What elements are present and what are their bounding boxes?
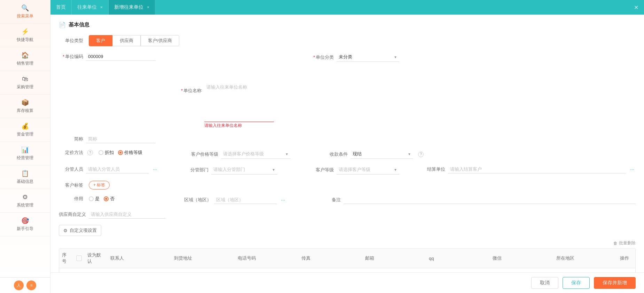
payment-terms-help-icon[interactable]: ? bbox=[418, 152, 424, 157]
manager-more-btn[interactable]: ··· bbox=[151, 166, 158, 173]
unit-type-customer-btn[interactable]: 客户 bbox=[89, 35, 112, 46]
unit-type-both-btn[interactable]: 客户/供应商 bbox=[141, 35, 179, 46]
sidebar-item-label: 采购管理 bbox=[17, 84, 33, 90]
region-more-btn[interactable]: ··· bbox=[280, 196, 286, 203]
customer-level-select[interactable]: 请选择客户等级 ▼ bbox=[337, 165, 399, 174]
settings-icon[interactable]: ≡ bbox=[26, 280, 36, 290]
save-button[interactable]: 保存 bbox=[563, 277, 590, 289]
col-default: 设为默认 bbox=[85, 249, 108, 268]
pricing-row: 定价方法 ? 折扣 价格等级 客户价格等级 bbox=[59, 149, 636, 159]
pricing-discount-option[interactable]: 折扣 bbox=[99, 149, 114, 156]
manager-field: 分管人员 ··· bbox=[59, 165, 184, 173]
tab-new-contact-close[interactable]: × bbox=[147, 5, 149, 10]
col-email: 邮箱 bbox=[362, 249, 426, 268]
col-region: 所在地区 bbox=[553, 249, 617, 268]
batch-delete-button[interactable]: 🗑 批量删除 bbox=[613, 240, 636, 246]
select-all-checkbox[interactable] bbox=[76, 255, 82, 261]
tab-new-contact[interactable]: 新增往来单位 × bbox=[109, 0, 155, 15]
payment-terms-label: 收款条件 bbox=[323, 151, 348, 157]
operations-icon: 📊 bbox=[21, 146, 29, 154]
customer-price-level-placeholder: 请选择客户价格等级 bbox=[223, 151, 284, 157]
customer-tags-field: 客户标签 + 标签 bbox=[59, 181, 636, 189]
unit-type-field: 单位类型 客户 供应商 客户/供应商 bbox=[59, 35, 179, 46]
system-icon: ⚙ bbox=[21, 193, 29, 201]
pricing-help-icon[interactable]: ? bbox=[87, 150, 93, 155]
quick-nav-icon: ⚡ bbox=[21, 28, 29, 35]
disabled-yes-option[interactable]: 是 bbox=[89, 196, 100, 202]
tab-contacts-close[interactable]: × bbox=[100, 5, 103, 10]
region-input[interactable] bbox=[214, 196, 277, 204]
user-avatar[interactable]: 人 bbox=[14, 280, 24, 290]
manager-label: 分管人员 bbox=[59, 166, 83, 172]
manager-row: 分管人员 ··· 分管部门 请输入分管部门 ▼ 客户等级 请选择客户等级 ▼ 结… bbox=[59, 165, 636, 174]
sidebar-item-quick-nav[interactable]: ⚡ 快捷导航 bbox=[0, 24, 50, 47]
sidebar-item-operations[interactable]: 📊 经营管理 bbox=[0, 142, 50, 165]
base-icon: 📋 bbox=[21, 170, 29, 177]
unit-category-select[interactable]: 未分类 ▼ bbox=[337, 52, 399, 62]
sidebar-item-guide[interactable]: 🎯 新手引导 bbox=[0, 213, 50, 236]
disabled-no-option[interactable]: 否 bbox=[104, 196, 115, 202]
cell-phone bbox=[235, 268, 299, 273]
pricing-level-option[interactable]: 价格等级 bbox=[118, 149, 142, 156]
col-actions: 操作 bbox=[617, 249, 635, 268]
short-name-input[interactable] bbox=[86, 135, 156, 143]
sidebar-item-system[interactable]: ⚙ 系统管理 bbox=[0, 189, 50, 213]
pricing-help: ? bbox=[87, 150, 93, 155]
pricing-radio-group: 折扣 价格等级 bbox=[99, 149, 142, 156]
custom-settings-button[interactable]: ⚙ 自定义项设置 bbox=[59, 225, 101, 236]
close-all-tabs[interactable]: ✕ bbox=[628, 4, 644, 11]
sidebar-item-base[interactable]: 📋 基础信息 bbox=[0, 165, 50, 189]
customer-level-placeholder: 请选择客户等级 bbox=[339, 166, 392, 173]
unit-name-error: 请输入往来单位名称 bbox=[204, 123, 309, 129]
unit-name-wrap: 请输入往来单位名称 bbox=[204, 52, 309, 129]
customer-price-level-select[interactable]: 请选择客户价格等级 ▼ bbox=[221, 149, 291, 159]
unit-name-input[interactable] bbox=[204, 52, 274, 122]
content-area: 📄 基本信息 单位类型 客户 供应商 客户/供应商 单位编码 单位名称 bbox=[50, 15, 644, 272]
customer-level-label: 客户等级 bbox=[309, 167, 334, 173]
sidebar-item-inventory[interactable]: 📦 库存核算 bbox=[0, 95, 50, 118]
section-title: 📄 基本信息 bbox=[59, 22, 636, 28]
unit-code-input[interactable] bbox=[86, 52, 156, 61]
cell-qq bbox=[426, 268, 490, 273]
settlement-input[interactable] bbox=[448, 165, 626, 173]
tab-home[interactable]: 首页 bbox=[50, 0, 72, 15]
sidebar-item-finance[interactable]: 💰 资金管理 bbox=[0, 118, 50, 142]
add-tag-button[interactable]: + 标签 bbox=[89, 181, 110, 189]
table-header-row: 序号 设为默认 联系人 到货地址 电话号码 传真 邮箱 qq 微信 所在地区 操… bbox=[59, 249, 635, 268]
table-row: 1 默认 bbox=[59, 268, 635, 273]
payment-terms-field: 收款条件 现结 ▼ ? bbox=[323, 149, 636, 159]
payment-terms-select[interactable]: 现结 ▼ bbox=[351, 149, 413, 159]
supplier-custom-input[interactable] bbox=[89, 210, 165, 219]
customer-level-arrow: ▼ bbox=[394, 168, 397, 172]
purchase-icon: 🛍 bbox=[21, 75, 29, 83]
unit-category-arrow: ▼ bbox=[394, 55, 397, 59]
col-qq: qq bbox=[426, 249, 490, 268]
sidebar-item-purchase[interactable]: 🛍 采购管理 bbox=[0, 71, 50, 95]
pricing-method-label: 定价方法 bbox=[59, 149, 83, 156]
disabled-no-label: 否 bbox=[110, 196, 115, 202]
pricing-level-label: 价格等级 bbox=[124, 149, 142, 156]
unit-type-label: 单位类型 bbox=[59, 38, 83, 44]
sales-icon: 🏠 bbox=[21, 51, 29, 59]
customer-level-field: 客户等级 请选择客户等级 ▼ bbox=[309, 165, 421, 174]
customer-price-level-label: 客户价格等级 bbox=[191, 151, 218, 157]
supplier-custom-row: 供应商自定义 bbox=[59, 210, 636, 219]
sidebar-search[interactable]: 🔍 搜索菜单 bbox=[0, 0, 50, 24]
remarks-input[interactable] bbox=[344, 196, 636, 204]
tab-contacts[interactable]: 往来单位 × bbox=[72, 0, 109, 15]
unit-type-supplier-btn[interactable]: 供应商 bbox=[112, 35, 141, 46]
add-tag-label: + 标签 bbox=[93, 182, 105, 188]
col-seq: 序号 bbox=[59, 249, 73, 268]
settlement-more-btn[interactable]: ··· bbox=[629, 166, 636, 173]
unit-type-group: 客户 供应商 客户/供应商 bbox=[89, 35, 179, 46]
manager-input[interactable] bbox=[86, 165, 149, 173]
col-checkbox bbox=[73, 249, 85, 268]
save-new-button[interactable]: 保存并新增 bbox=[594, 277, 636, 289]
cancel-button[interactable]: 取消 bbox=[531, 277, 558, 289]
unit-name-label: 单位名称 bbox=[177, 88, 202, 94]
customer-price-level-field: 客户价格等级 请选择客户价格等级 ▼ bbox=[191, 149, 323, 159]
department-select[interactable]: 请输入分管部门 ▼ bbox=[211, 165, 277, 174]
cell-contact bbox=[108, 268, 171, 273]
settlement-field: 结算单位 ··· bbox=[421, 165, 636, 173]
sidebar-item-sales[interactable]: 🏠 销售管理 bbox=[0, 47, 50, 71]
